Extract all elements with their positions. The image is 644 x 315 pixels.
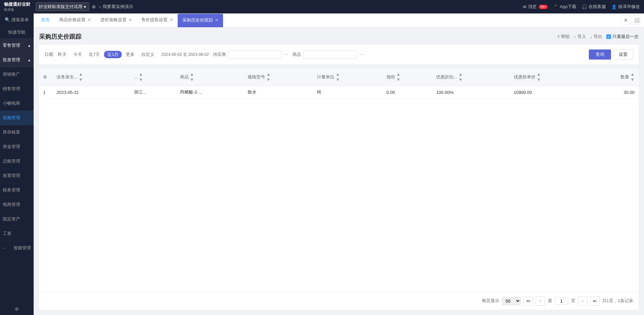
sidebar-item-inventory[interactable]: 库存核算	[0, 125, 34, 140]
goods-more-button[interactable]: ···	[359, 51, 363, 58]
date-tab-more[interactable]: 更多	[123, 51, 137, 58]
filter-area: 日期 昨天 今天 近7天 近1月 更多 自定义 2023-05-02 至 202…	[39, 45, 639, 64]
supplier-filter: 供应商 ···	[213, 50, 288, 59]
search-icon: 🔍	[5, 17, 10, 22]
th-pre-discount-price[interactable]: 优惠前单价 ▲▼	[510, 68, 589, 86]
date-tab-custom[interactable]: 自定义	[139, 51, 157, 58]
tab-price-settings[interactable]: 商品价格设置 ✕	[55, 13, 96, 27]
sort-icon: ▲▼	[139, 72, 143, 82]
th-quantity[interactable]: 数量 ▲▼	[589, 68, 639, 86]
tab-purchase-history[interactable]: 采购历史价跟踪 ✕	[178, 14, 223, 27]
sidebar-quick-nav[interactable]: 快捷导航	[0, 27, 34, 38]
sidebar-settings-button[interactable]: ⚙	[0, 303, 34, 315]
user-menu[interactable]: 👤 徐泽华修改	[611, 4, 640, 10]
th-quote[interactable]: 报价 ▲▼	[383, 68, 432, 86]
sort-icon: ▲▼	[537, 72, 541, 82]
sidebar-search[interactable]: 🔍 搜索菜单	[0, 13, 34, 27]
date-tab-today[interactable]: 今天	[71, 51, 85, 58]
page-actions: ? 帮助 ↑ 导入 ↓ 导出 ✓ 只看最后一次	[557, 34, 639, 40]
logo-text: 畅捷通好业财	[4, 1, 30, 7]
tab-close-icon[interactable]: ✕	[170, 18, 173, 22]
help-button[interactable]: ? 帮助	[557, 34, 570, 40]
goods-input[interactable]	[303, 50, 357, 59]
date-range-display: 2023-05-02 至 2023-06-02	[161, 52, 209, 58]
sidebar-item-invoice[interactable]: 发票管理	[0, 169, 34, 183]
sidebar-item-sales[interactable]: 销售管理	[0, 82, 34, 96]
query-button[interactable]: 查询	[589, 49, 611, 60]
tab-close-icon[interactable]: ✕	[215, 18, 218, 23]
import-button[interactable]: ↑ 导入	[574, 34, 586, 40]
settings-button[interactable]: 设置	[613, 49, 633, 60]
per-page-select[interactable]: 50 20 100 200	[502, 297, 521, 305]
goods-label: 商品	[292, 51, 301, 58]
sidebar-item-intelligence[interactable]: 智能管理	[0, 241, 34, 255]
page-suffix-label: 页	[571, 298, 575, 304]
sidebar-item-tax[interactable]: 税务管理	[0, 183, 34, 198]
tab-maximize-button[interactable]: ⬜	[632, 15, 641, 25]
table-settings-icon[interactable]: ⚙	[43, 74, 47, 79]
logo-sub: 标准版	[4, 7, 14, 12]
online-service-button[interactable]: 🎧 在线客服	[582, 4, 606, 10]
headset-icon: 🎧	[582, 4, 587, 9]
th-spec[interactable]: 规格型号 ▲▼	[244, 68, 313, 86]
version-selector[interactable]: 好业财标准版交付试用 ▾	[36, 2, 89, 11]
cell-discount: 100.00%	[432, 86, 509, 99]
sort-icon: ▲▼	[458, 72, 463, 82]
tab-home[interactable]: 首页	[36, 13, 55, 27]
tab-purchase-strategy[interactable]: 进价策略设置 ✕	[96, 13, 137, 27]
date-label: 日期	[44, 51, 53, 58]
th-biz-date[interactable]: 业务发生... ▲▼	[52, 68, 130, 86]
sidebar-item-fixed-assets[interactable]: 固定资产	[0, 212, 34, 226]
app-download-button[interactable]: 📱 App下载	[553, 4, 576, 10]
page-next-button[interactable]: ›	[578, 296, 587, 306]
sidebar-item-purchase[interactable]: 采购管理	[0, 111, 34, 125]
supplier-input[interactable]	[228, 50, 282, 59]
tab-bar: 首页 商品价格设置 ✕ 进价策略设置 ✕ 售价提取设置 ✕ 采购历史价跟踪 ✕ …	[34, 13, 644, 27]
tab-sale-extract[interactable]: 售价提取设置 ✕	[137, 13, 178, 27]
th-unit[interactable]: 计量单位 ▲▼	[313, 68, 382, 86]
only-last-checkbox-label[interactable]: ✓ 只看最后一次	[606, 34, 639, 40]
date-tab-last7[interactable]: 近7天	[86, 51, 103, 58]
sidebar-item-payroll[interactable]: 工资	[0, 226, 34, 241]
page-prev-button[interactable]: ‹	[536, 296, 545, 306]
sort-icon: ▲▼	[630, 72, 635, 82]
demo-button[interactable]: ○ 我要看实例演示	[99, 4, 133, 10]
page-last-button[interactable]: ⏭	[590, 296, 600, 306]
import-icon: ↑	[574, 34, 576, 39]
tab-close-button[interactable]: ✕	[621, 15, 631, 25]
content-area: 首页 商品价格设置 ✕ 进价策略设置 ✕ 售价提取设置 ✕ 采购历史价跟踪 ✕ …	[34, 13, 644, 315]
topbar-settings-button[interactable]: ⚙	[92, 4, 96, 9]
cell-quantity: 30.00	[589, 86, 639, 99]
page-first-button[interactable]: ⏮	[524, 296, 533, 306]
date-tab-yesterday[interactable]: 昨天	[55, 51, 69, 58]
message-button[interactable]: ✉ 消息 99+	[523, 4, 548, 10]
sidebar-item-ecommerce-small[interactable]: 小畅电商	[0, 96, 34, 111]
date-tab-last1month[interactable]: 近1月	[104, 51, 122, 58]
table-body: 1 2023-05-31 浙江... 丙烯酸-2-... 散水 吨 0.00 1…	[39, 86, 639, 99]
sidebar-item-ecommerce[interactable]: 电商管理	[0, 198, 34, 212]
table-row: 1 2023-05-31 浙江... 丙烯酸-2-... 散水 吨 0.00 1…	[39, 86, 639, 99]
sidebar-item-marketing[interactable]: 营销推广	[0, 67, 34, 82]
page-input[interactable]: 1	[555, 297, 568, 305]
th-goods[interactable]: 商品 ▲▼	[176, 68, 244, 86]
message-icon: ✉	[523, 4, 527, 9]
sidebar-item-finance[interactable]: 资金管理	[0, 140, 34, 154]
tab-close-icon[interactable]: ✕	[87, 18, 91, 22]
cell-biz-date: 2023-05-31	[52, 86, 130, 99]
page-header: 采购历史价跟踪 ? 帮助 ↑ 导入 ↓ 导出 ✓	[39, 33, 639, 41]
tab-close-icon[interactable]: ✕	[129, 18, 132, 22]
sidebar-item-accounting[interactable]: 总账管理	[0, 154, 34, 169]
cell-goods: 丙烯酸-2-...	[176, 86, 244, 99]
page-prefix-label: 第	[548, 298, 552, 304]
sidebar-item-retail[interactable]: 零售管理 ▲	[0, 38, 34, 53]
page-title: 采购历史价跟踪	[39, 33, 81, 41]
th-discount[interactable]: 优惠折扣... ▲▼	[432, 68, 509, 86]
per-page-label: 每页显示	[482, 298, 499, 304]
export-button[interactable]: ↓ 导出	[590, 34, 603, 40]
supplier-more-button[interactable]: ···	[284, 51, 288, 58]
date-range-text: 2023-05-02 至 2023-06-02	[161, 52, 209, 58]
th-settings[interactable]: ⚙	[39, 68, 52, 86]
th-more[interactable]: ... ▲▼	[130, 68, 176, 86]
sort-icon: ▲▼	[335, 72, 340, 82]
sidebar-item-wholesale[interactable]: 批发管理 ▲	[0, 53, 34, 67]
